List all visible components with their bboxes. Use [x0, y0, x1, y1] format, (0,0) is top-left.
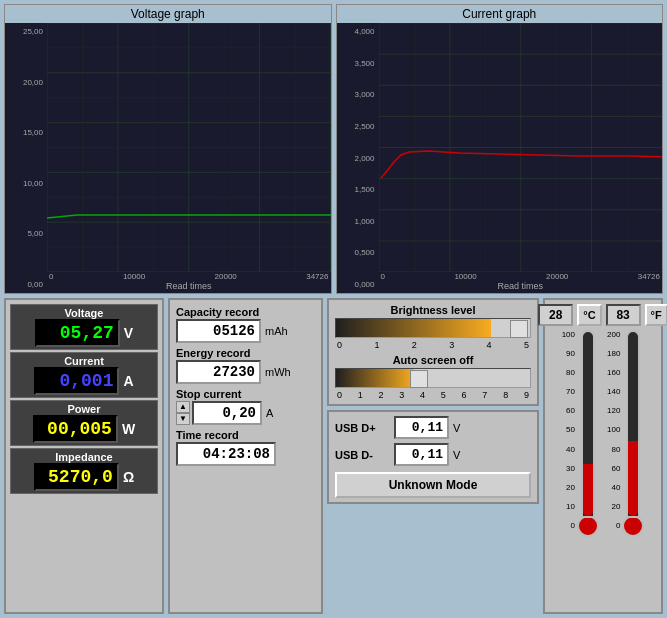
celsius-button[interactable]: °C [577, 304, 601, 326]
celsius-input[interactable] [538, 304, 573, 326]
right-panel: Brightness level 0 1 2 3 4 5 [327, 298, 539, 614]
capacity-value: 05126 [176, 319, 261, 343]
impedance-unit: Ω [123, 469, 134, 485]
usb-d-plus-value: 0,11 [394, 416, 449, 439]
spinner-down-button[interactable]: ▼ [176, 413, 190, 425]
energy-unit: mWh [265, 366, 291, 378]
c-x-tick-0: 0 [381, 272, 385, 281]
voltage-label: Voltage [65, 307, 104, 319]
fahrenheit-tube [626, 330, 640, 518]
graphs-section: Voltage graph 25,00 20,00 15,00 10,00 5,… [4, 4, 663, 294]
current-graph-title: Current graph [337, 5, 663, 23]
autoscreen-label: Auto screen off [335, 354, 531, 366]
voltage-plot-svg [47, 23, 331, 272]
power-unit: W [122, 421, 135, 437]
stop-current-value[interactable]: 0,20 [192, 401, 262, 425]
v-x-tick-3: 34726 [306, 272, 328, 281]
time-record-group: Time record 04:23:08 [176, 429, 315, 466]
c-x-tick-1: 10000 [454, 272, 476, 281]
fahrenheit-thermometer: 200 180 160 140 120 100 80 60 40 20 0 [607, 330, 644, 608]
measurements-panel: Voltage 05,27 V Current 0,001 A Power 00… [4, 298, 164, 614]
celsius-thermometer: 100 90 80 70 60 50 40 30 20 10 0 [562, 330, 599, 608]
impedance-display: 5270,0 [34, 463, 119, 491]
capacity-value-row: 05126 mAh [176, 319, 315, 343]
power-display: 00,005 [33, 415, 118, 443]
controls-section: Voltage 05,27 V Current 0,001 A Power 00… [4, 298, 663, 614]
c-y-tick-7: 0,500 [339, 248, 377, 257]
c-y-tick-4: 2,000 [339, 154, 377, 163]
usb-d-plus-row: USB D+ 0,11 V [335, 416, 531, 439]
fahrenheit-button[interactable]: °F [645, 304, 667, 326]
capacity-unit: mAh [265, 325, 288, 337]
thermo-header: °C °F [549, 304, 657, 326]
temperature-panel: °C °F 100 90 80 70 60 50 40 30 [543, 298, 663, 614]
voltage-display: 05,27 [35, 319, 120, 347]
stop-current-spinner: ▲ ▼ 0,20 [176, 401, 262, 425]
capacity-label: Capacity record [176, 306, 315, 318]
v-x-tick-2: 20000 [215, 272, 237, 281]
middle-panel: Capacity record 05126 mAh Energy record … [168, 298, 323, 614]
stop-current-value-row: ▲ ▼ 0,20 A [176, 401, 315, 425]
stop-current-unit: A [266, 407, 273, 419]
usb-d-plus-label: USB D+ [335, 422, 390, 434]
celsius-tube [581, 330, 595, 518]
energy-value: 27230 [176, 360, 261, 384]
celsius-scale: 100 90 80 70 60 50 40 30 20 10 0 [562, 330, 575, 530]
autoscreen-ticks: 0 1 2 3 4 5 6 7 8 9 [335, 390, 531, 400]
usb-d-plus-unit: V [453, 422, 460, 434]
current-plot-svg [379, 23, 663, 272]
current-display: 0,001 [34, 367, 119, 395]
autoscreen-slider[interactable] [335, 368, 531, 388]
stop-current-label: Stop current [176, 388, 315, 400]
c-y-tick-0: 4,000 [339, 27, 377, 36]
current-x-label: Read times [379, 281, 663, 293]
fahrenheit-bulb [622, 515, 644, 537]
brightness-slider[interactable] [335, 318, 531, 338]
brightness-label: Brightness level [335, 304, 531, 316]
current-measurement: Current 0,001 A [10, 352, 158, 398]
c-y-tick-3: 2,500 [339, 122, 377, 131]
fahrenheit-input[interactable] [606, 304, 641, 326]
celsius-fill [583, 464, 593, 516]
current-unit: A [123, 373, 133, 389]
current-label: Current [64, 355, 104, 367]
stop-current-group: Stop current ▲ ▼ 0,20 A [176, 388, 315, 425]
time-value: 04:23:08 [176, 442, 276, 466]
celsius-bulb [577, 515, 599, 537]
c-y-tick-2: 3,000 [339, 90, 377, 99]
unknown-mode-button[interactable]: Unknown Mode [335, 472, 531, 498]
brightness-panel: Brightness level 0 1 2 3 4 5 [327, 298, 539, 406]
power-measurement: Power 00,005 W [10, 400, 158, 446]
voltage-graph-block: Voltage graph 25,00 20,00 15,00 10,00 5,… [4, 4, 332, 294]
spinner-up-button[interactable]: ▲ [176, 401, 190, 413]
energy-value-row: 27230 mWh [176, 360, 315, 384]
impedance-value-row: 5270,0 Ω [34, 463, 134, 491]
voltage-graph-title: Voltage graph [5, 5, 331, 23]
celsius-tube-assembly [577, 330, 599, 537]
time-value-row: 04:23:08 [176, 442, 315, 466]
c-x-tick-2: 20000 [546, 272, 568, 281]
spinner-buttons: ▲ ▼ [176, 401, 190, 425]
voltage-x-label: Read times [47, 281, 331, 293]
usb-d-minus-value: 0,11 [394, 443, 449, 466]
c-y-tick-5: 1,500 [339, 185, 377, 194]
autoscreen-slider-container: 0 1 2 3 4 5 6 7 8 9 [335, 368, 531, 400]
voltage-measurement: Voltage 05,27 V [10, 304, 158, 350]
c-y-tick-1: 3,500 [339, 59, 377, 68]
impedance-measurement: Impedance 5270,0 Ω [10, 448, 158, 494]
voltage-unit: V [124, 325, 133, 341]
usb-d-minus-label: USB D- [335, 449, 390, 461]
usb-panel: USB D+ 0,11 V USB D- 0,11 V Unknown Mode [327, 410, 539, 504]
current-value-row: 0,001 A [34, 367, 133, 395]
voltage-y-axis-svg [5, 23, 47, 293]
main-container: Voltage graph 25,00 20,00 15,00 10,00 5,… [0, 0, 667, 618]
fahrenheit-scale: 200 180 160 140 120 100 80 60 40 20 0 [607, 330, 620, 530]
thermometers-row: 100 90 80 70 60 50 40 30 20 10 0 [549, 330, 657, 608]
v-x-tick-1: 10000 [123, 272, 145, 281]
fahrenheit-fill [628, 441, 638, 516]
usb-d-minus-unit: V [453, 449, 460, 461]
usb-d-minus-row: USB D- 0,11 V [335, 443, 531, 466]
energy-record-group: Energy record 27230 mWh [176, 347, 315, 384]
power-label: Power [67, 403, 100, 415]
v-x-tick-0: 0 [49, 272, 53, 281]
